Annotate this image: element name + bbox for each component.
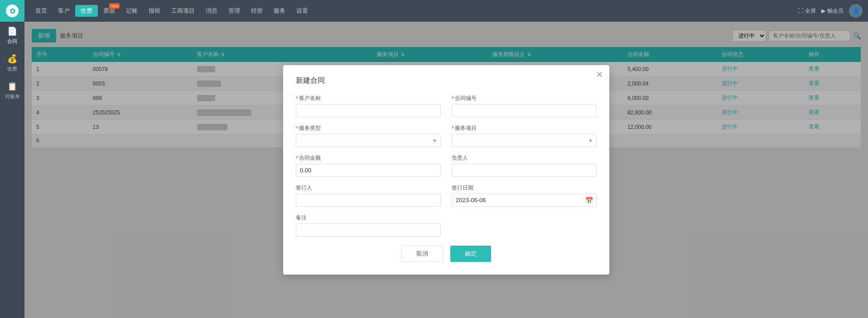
customer-name-label: * 客户名称	[296, 95, 441, 102]
topnav: 首页 客户 收费 票据 new 记账 报税 工商项目 消息 管理 经营 服务 设…	[24, 0, 868, 22]
fullscreen-button[interactable]: ⛶ 全屏	[798, 7, 816, 15]
sidebar-item-label-fee: 收费	[7, 66, 17, 72]
sign-date-input[interactable]	[452, 194, 597, 207]
nav-bookkeeping[interactable]: 记账	[121, 5, 143, 17]
nav-customer[interactable]: 客户	[53, 5, 75, 17]
sidebar-item-label-statement: 对账单	[5, 93, 20, 100]
nav-business[interactable]: 工商项目	[166, 5, 200, 17]
vip-button[interactable]: ▶ 畅会员	[821, 7, 844, 15]
logo-icon: ✿	[6, 5, 19, 17]
content-area: 新增 服务项目 进行中 已完成 已终止 🔍 序号 合同编号 ⇅	[24, 22, 868, 318]
form-group-sign-date: 签订日期 📅	[452, 184, 597, 207]
form-group-service-item: * 服务项目 ▼	[452, 124, 597, 147]
nav-ticket[interactable]: 票据 new	[98, 5, 121, 17]
sidebar-item-fee[interactable]: 💰 收费	[0, 49, 24, 77]
sidebar: ✿ 📄 合同 💰 收费 📋 对账单	[0, 0, 24, 318]
service-type-select[interactable]	[296, 134, 441, 147]
contract-no-label: * 合同编号	[452, 95, 597, 102]
nav-tax[interactable]: 报税	[143, 5, 166, 17]
fee-icon: 💰	[7, 54, 17, 64]
new-badge: new	[109, 3, 120, 9]
logo-button[interactable]: ✿	[0, 0, 24, 22]
signer-label: 签订人	[296, 184, 441, 192]
contract-no-input[interactable]	[452, 104, 597, 117]
fullscreen-icon: ⛶	[798, 8, 803, 14]
form-row-5: 备注	[296, 214, 597, 237]
nav-manage[interactable]: 管理	[223, 5, 246, 17]
amount-input[interactable]	[296, 164, 441, 177]
modal-footer: 取消 确定	[296, 246, 597, 262]
play-icon: ▶	[821, 8, 825, 14]
form-group-notes: 备注	[296, 214, 441, 237]
sidebar-item-contract[interactable]: 📄 合同	[0, 22, 24, 49]
nav-operation[interactable]: 经营	[246, 5, 268, 17]
nav-fee[interactable]: 收费	[75, 5, 98, 17]
required-star-5: *	[296, 155, 298, 161]
nav-service[interactable]: 服务	[268, 5, 291, 17]
main-area: 首页 客户 收费 票据 new 记账 报税 工商项目 消息 管理 经营 服务 设…	[24, 0, 868, 318]
sidebar-item-statement[interactable]: 📋 对账单	[0, 77, 24, 104]
responsible-input[interactable]	[452, 164, 597, 177]
sign-date-label: 签订日期	[452, 184, 597, 192]
service-type-label: * 服务类型	[296, 124, 441, 132]
form-row-3: * 合同金额 负责人	[296, 154, 597, 177]
modal-title: 新建合同	[296, 76, 597, 85]
form-group-service-type: * 服务类型 ▼	[296, 124, 441, 147]
statement-icon: 📋	[7, 81, 17, 91]
required-star-2: *	[452, 95, 454, 102]
new-contract-modal: ✕ 新建合同 * 客户名称 * 合同编号	[283, 65, 609, 275]
service-item-select[interactable]	[452, 134, 597, 147]
confirm-button[interactable]: 确定	[450, 246, 491, 262]
required-star-4: *	[452, 125, 454, 132]
avatar-icon: 👤	[852, 7, 860, 14]
form-row-4: 签订人 签订日期 📅	[296, 184, 597, 207]
service-type-wrap: ▼	[296, 134, 441, 147]
form-row-1: * 客户名称 * 合同编号	[296, 95, 597, 117]
service-item-wrap: ▼	[452, 134, 597, 147]
required-star: *	[296, 95, 298, 102]
avatar[interactable]: 👤	[849, 4, 863, 18]
amount-label: * 合同金额	[296, 154, 441, 162]
form-group-contract-no: * 合同编号	[452, 95, 597, 117]
sign-date-wrap: 📅	[452, 194, 597, 207]
form-row-2: * 服务类型 ▼ * 服务项目	[296, 124, 597, 147]
form-group-responsible: 负责人	[452, 154, 597, 177]
service-item-label: * 服务项目	[452, 124, 597, 132]
notes-input[interactable]	[296, 223, 441, 237]
form-group-customer: * 客户名称	[296, 95, 441, 117]
modal-close-button[interactable]: ✕	[596, 71, 603, 79]
nav-settings[interactable]: 设置	[291, 5, 313, 17]
form-group-signer: 签订人	[296, 184, 441, 207]
form-group-empty	[452, 214, 597, 237]
required-star-3: *	[296, 125, 298, 132]
form-group-amount: * 合同金额	[296, 154, 441, 177]
nav-message[interactable]: 消息	[200, 5, 223, 17]
notes-label: 备注	[296, 214, 441, 222]
responsible-label: 负责人	[452, 154, 597, 162]
customer-name-input[interactable]	[296, 104, 441, 117]
modal-overlay: ✕ 新建合同 * 客户名称 * 合同编号	[24, 22, 868, 318]
cancel-button[interactable]: 取消	[401, 246, 443, 262]
nav-home[interactable]: 首页	[30, 5, 53, 17]
topnav-right: ⛶ 全屏 ▶ 畅会员 👤	[798, 4, 863, 18]
signer-input[interactable]	[296, 194, 441, 207]
sidebar-item-label-contract: 合同	[7, 38, 17, 45]
contract-icon: 📄	[7, 26, 17, 36]
